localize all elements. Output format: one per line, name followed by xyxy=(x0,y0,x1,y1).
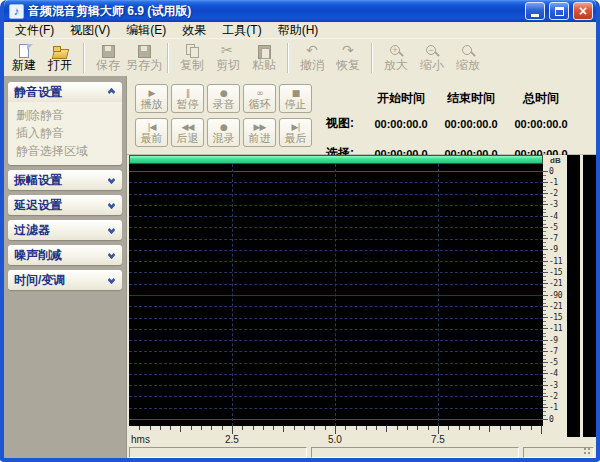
sidebar-panel-title: 时间/变调 xyxy=(14,272,65,289)
transport-button[interactable]: ■停止 xyxy=(279,84,312,113)
chevron-down-icon[interactable] xyxy=(106,227,116,233)
time-ruler-tick xyxy=(448,426,449,430)
menu-item[interactable]: 工具(T) xyxy=(214,23,269,38)
toolbar-button-zoom-in[interactable]: 放大 xyxy=(378,40,414,76)
db-minor-tick xyxy=(543,344,546,345)
menu-item[interactable]: 效果 xyxy=(174,23,214,38)
transport-icon: ■ xyxy=(292,88,300,98)
sidebar-item[interactable]: 插入静音 xyxy=(8,124,122,142)
time-ruler-label: 2.5 xyxy=(225,434,239,445)
waveform-gridline xyxy=(129,363,543,364)
toolbar-button-label: 新建 xyxy=(12,59,36,72)
transport-button[interactable]: ●混录 xyxy=(207,118,240,147)
waveform-gridline xyxy=(129,250,543,251)
title-bar[interactable]: ♪ 音频混音剪辑大师 6.9 (试用版) xyxy=(4,0,596,22)
time-ruler-tick xyxy=(479,426,480,430)
chevron-down-icon[interactable] xyxy=(106,252,116,258)
transport-button[interactable]: ▶▶前进 xyxy=(243,118,276,147)
toolbar-button-new[interactable]: 新建 xyxy=(6,40,42,76)
time-ruler-tick xyxy=(191,426,192,430)
db-minor-tick xyxy=(543,220,546,221)
minimize-button[interactable] xyxy=(525,2,545,20)
transport-button[interactable]: ◀◀后退 xyxy=(171,118,204,147)
new-icon xyxy=(16,43,32,59)
time-ruler-tick xyxy=(160,426,161,430)
menu-item[interactable]: 帮助(H) xyxy=(270,23,327,38)
toolbar-separator xyxy=(83,43,85,73)
toolbar-button-zoom[interactable]: 缩放 xyxy=(450,40,486,76)
transport-button[interactable]: ∞循环 xyxy=(243,84,276,113)
sidebar-panel-header[interactable]: 过滤器 xyxy=(8,220,122,240)
toolbar-button-saveas[interactable]: 另存为 xyxy=(126,40,162,76)
cut-icon xyxy=(220,43,236,59)
toolbar-button-redo[interactable]: 恢复 xyxy=(330,40,366,76)
waveform-scrollbar[interactable] xyxy=(129,155,543,164)
db-minor-tick xyxy=(543,321,546,322)
toolbar-button-label: 撤消 xyxy=(300,59,324,72)
db-minor-tick xyxy=(543,400,546,401)
time-row: 视图:00:00:00.000:00:00.000:00:00.0 xyxy=(326,115,576,132)
menu-item[interactable]: 视图(V) xyxy=(62,23,118,38)
sidebar-panel-header[interactable]: 振幅设置 xyxy=(8,170,122,190)
sidebar-panel-header[interactable]: 静音设置 xyxy=(8,82,122,102)
time-value: 00:00:00.0 xyxy=(506,118,576,130)
time-row-label: 视图: xyxy=(326,115,366,132)
db-tick-icon xyxy=(543,249,548,250)
db-tick-icon xyxy=(543,340,548,341)
sidebar-item[interactable]: 删除静音 xyxy=(8,106,122,124)
toolbar-button-undo[interactable]: 撤消 xyxy=(294,40,330,76)
time-col-header: 开始时间 xyxy=(366,90,436,107)
toolbar-button-open[interactable]: 打开 xyxy=(42,40,78,76)
transport-button[interactable]: |◀最前 xyxy=(135,118,168,147)
chevron-down-icon[interactable] xyxy=(106,277,116,283)
waveform-display[interactable] xyxy=(129,164,543,426)
waveform-gridline xyxy=(129,295,543,296)
waveform-gridline xyxy=(129,216,543,217)
chevron-down-icon[interactable] xyxy=(106,177,116,183)
resize-grip-icon[interactable] xyxy=(583,447,592,456)
level-meter-right xyxy=(583,155,596,437)
db-tick-icon xyxy=(543,193,548,194)
maximize-button[interactable] xyxy=(549,2,569,20)
transport-button[interactable]: ●录音 xyxy=(207,84,240,113)
db-minor-tick xyxy=(543,242,546,243)
menu-item[interactable]: 编辑(E) xyxy=(118,23,174,38)
sidebar-item[interactable]: 静音选择区域 xyxy=(8,142,122,160)
time-ruler-tick xyxy=(150,426,151,430)
transport-icon: ▶| xyxy=(292,122,300,132)
time-ruler-tick xyxy=(232,426,233,434)
time-ruler-tick xyxy=(541,426,542,434)
toolbar: 新建打开保存另存为复制剪切粘贴撤消恢复放大缩小缩放 xyxy=(4,38,596,76)
time-ruler-tick xyxy=(356,426,357,430)
app-icon: ♪ xyxy=(9,4,24,19)
db-minor-tick xyxy=(543,287,546,288)
db-minor-tick xyxy=(543,389,546,390)
transport-icon: ▶ xyxy=(149,88,155,98)
toolbar-button-paste[interactable]: 粘贴 xyxy=(246,40,282,76)
transport-button[interactable]: ‖暂停 xyxy=(171,84,204,113)
sidebar-panel-header[interactable]: 时间/变调 xyxy=(8,270,122,290)
transport-button-label: 循环 xyxy=(249,98,271,110)
toolbar-button-label: 保存 xyxy=(96,59,120,72)
toolbar-button-label: 打开 xyxy=(48,59,72,72)
main-area: 静音设置删除静音插入静音静音选择区域振幅设置延迟设置过滤器噪声削减时间/变调 ▶… xyxy=(4,76,596,458)
toolbar-button-zoom-out[interactable]: 缩小 xyxy=(414,40,450,76)
transport-button[interactable]: ▶播放 xyxy=(135,84,168,113)
toolbar-button-cut[interactable]: 剪切 xyxy=(210,40,246,76)
transport-icon: ◀◀ xyxy=(182,122,194,132)
close-button[interactable] xyxy=(573,2,593,20)
toolbar-button-save[interactable]: 保存 xyxy=(90,40,126,76)
chevron-up-icon[interactable] xyxy=(106,89,116,95)
sidebar-panel-header[interactable]: 延迟设置 xyxy=(8,195,122,215)
transport-button[interactable]: ▶|最后 xyxy=(279,118,312,147)
sidebar-panel-header[interactable]: 噪声削减 xyxy=(8,245,122,265)
time-ruler[interactable]: hms2.55.07.5 xyxy=(129,426,543,447)
time-value: 00:00:00.0 xyxy=(436,118,506,130)
menu-item[interactable]: 文件(F) xyxy=(7,23,62,38)
waveform-gridline xyxy=(129,194,543,195)
time-ruler-tick xyxy=(489,426,490,432)
toolbar-button-copy[interactable]: 复制 xyxy=(174,40,210,76)
chevron-down-icon[interactable] xyxy=(106,202,116,208)
status-segment xyxy=(523,447,594,458)
sidebar-panel-title: 过滤器 xyxy=(14,222,50,239)
